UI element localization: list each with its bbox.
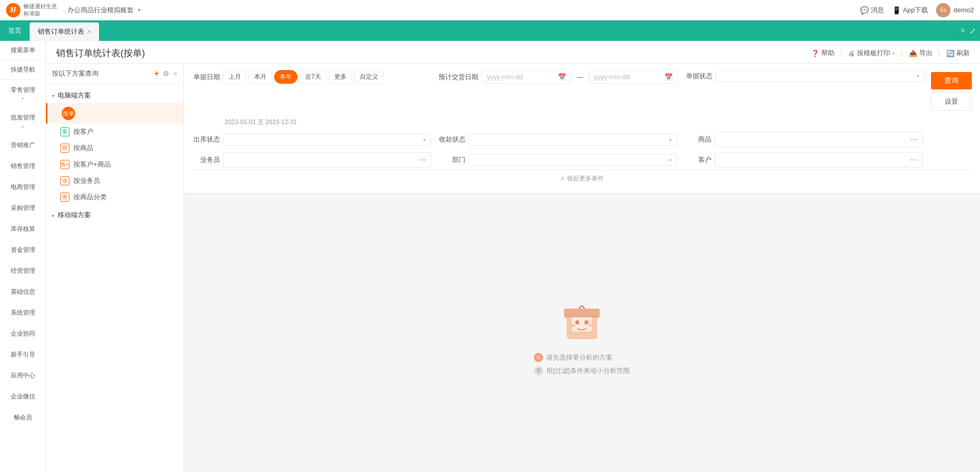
sidebar-item-finance[interactable]: 资金管理: [0, 240, 45, 261]
user-avatar-area[interactable]: Ea demo2: [936, 3, 974, 17]
sidebar-label-member: 畅会员: [14, 413, 32, 422]
sidebar-item-purchase[interactable]: 采购管理: [0, 198, 45, 219]
tree-item-by-order[interactable]: 按单: [46, 103, 183, 124]
date-btn-more[interactable]: 更多: [329, 70, 352, 84]
action-btn-group: 查询 设置: [931, 70, 972, 113]
tree-item-by-customer[interactable]: 客 按客户: [46, 124, 183, 140]
system-dropdown-arrow[interactable]: ▾: [138, 7, 141, 13]
salesman-input[interactable]: ···: [223, 152, 431, 168]
page-title: 销售订单统计表(按单): [56, 47, 145, 59]
sidebar-label-sales: 销售管理: [11, 162, 35, 171]
tree-item-by-customer-product-icon: 客+: [60, 160, 69, 169]
collapse-bar[interactable]: ∧ 收起更多条件: [192, 170, 972, 187]
sidebar-label-enterprise: 企业协同: [11, 329, 35, 338]
date-btn-this-month[interactable]: 本月: [249, 70, 272, 84]
sidebar-search-menu[interactable]: 搜索菜单: [0, 41, 45, 60]
sidebar-item-appcenter[interactable]: 应用中心: [0, 365, 45, 386]
dept-select[interactable]: ▾: [469, 154, 677, 166]
print-btn[interactable]: 🖨 按模板打印 ▾: [848, 49, 895, 58]
tree-item-by-customer-product[interactable]: 客+ 按客户+商品: [46, 156, 183, 173]
message-btn[interactable]: 💬 消息: [860, 6, 884, 15]
tree-add-btn[interactable]: +: [154, 69, 159, 78]
sidebar-item-inventory[interactable]: 库存核算: [0, 219, 45, 240]
customer-input[interactable]: ···: [715, 152, 923, 168]
date-btn-this-year[interactable]: 本年: [274, 70, 298, 84]
ship-status-select[interactable]: ▾: [223, 134, 431, 146]
tab-close-btn[interactable]: ×: [87, 28, 91, 35]
logo-icon: 好: [6, 3, 20, 17]
sidebar-label-inventory: 库存核算: [11, 225, 35, 233]
export-btn[interactable]: 📤 导出: [909, 49, 933, 58]
tree-item-by-customer-label: 按客户: [74, 127, 93, 136]
sidebar-item-marketing[interactable]: 营销推广: [0, 135, 45, 156]
tree-item-by-product-label: 按商品: [74, 144, 93, 153]
expected-date-label: 预计交货日期: [438, 73, 478, 82]
tab-active[interactable]: 销售订单统计表 ×: [30, 22, 99, 41]
close-tab-btn[interactable]: ×: [961, 26, 965, 35]
tree-item-by-product[interactable]: 商 按商品: [46, 140, 183, 156]
tree-item-by-product-icon: 商: [60, 144, 69, 153]
svg-rect-1: [564, 309, 600, 318]
tree-group-desktop-header[interactable]: ▾ 电脑端方案: [46, 88, 183, 103]
refresh-btn[interactable]: 🔄 刷新: [946, 49, 970, 58]
expand-tab-btn[interactable]: ⤢: [969, 26, 976, 36]
product-input[interactable]: ···: [715, 132, 923, 147]
collection-status-arrow: ▾: [669, 137, 672, 143]
tree-group-desktop: ▾ 电脑端方案 按单 客 按客户 商 按商品: [46, 88, 183, 205]
tree-panel: 按以下方案查询 + ⚙ « ▾ 电脑端方案: [46, 64, 184, 472]
query-btn[interactable]: 查询: [931, 72, 972, 89]
expected-date-to[interactable]: yyyy-mm-dd 📅: [589, 70, 679, 84]
empty-hint-2: ② 用[过滤]条件来缩小分析范围: [534, 366, 629, 375]
date-btn-7days[interactable]: 近7天: [300, 70, 327, 84]
sidebar-label-wechat: 企业微信: [11, 392, 35, 401]
tree-group-mobile-header[interactable]: ▸ 移动端方案: [46, 207, 183, 223]
tree-panel-header: 按以下方案查询 + ⚙ «: [46, 64, 183, 84]
collection-status-select[interactable]: ▾: [469, 134, 677, 146]
divider2: |: [901, 50, 902, 57]
expected-date-from[interactable]: yyyy-mm-dd 📅: [481, 70, 572, 84]
tree-group-mobile-label: 移动端方案: [58, 210, 91, 220]
tree-settings-btn[interactable]: ⚙: [163, 69, 169, 78]
empty-hint-1: ① 请先选择要分析的方案: [534, 353, 629, 362]
hint-number-1: ①: [534, 353, 543, 362]
tree-collapse-btn[interactable]: «: [174, 70, 177, 77]
sidebar-item-sales[interactable]: 销售管理: [0, 156, 45, 177]
tab-bar-actions: × ⤢: [961, 26, 976, 36]
print-dropdown-arrow[interactable]: ▾: [892, 51, 895, 56]
tree-item-by-category[interactable]: 类 按商品分类: [46, 189, 183, 205]
sidebar-item-basic[interactable]: 基础信息: [0, 281, 45, 302]
sidebar-item-wholesale[interactable]: 批发管理 ▴: [0, 107, 45, 135]
sidebar-item-management[interactable]: 经营管理: [0, 261, 45, 281]
tab-home[interactable]: 首页: [0, 20, 30, 41]
customer-ellipsis[interactable]: ···: [911, 155, 917, 164]
salesman-ellipsis[interactable]: ···: [419, 155, 426, 164]
expand-icon-wholesale: ▴: [21, 124, 24, 129]
date-btn-custom[interactable]: 自定义: [354, 70, 384, 84]
date-btn-last-month[interactable]: 上月: [223, 70, 247, 84]
sidebar: 搜索菜单 快捷导航 零售管理 ▾ 批发管理 ▴ 营销推广 销售管理 电商管理 采…: [0, 41, 46, 472]
sidebar-label-ecommerce: 电商管理: [11, 183, 35, 192]
sidebar-item-newuser[interactable]: 新手引导: [0, 344, 45, 365]
sidebar-item-enterprise[interactable]: 企业协同: [0, 323, 45, 344]
top-bar-right: 💬 消息 📱 App下载 Ea demo2: [860, 3, 974, 17]
sidebar-item-ecommerce[interactable]: 电商管理: [0, 177, 45, 198]
empty-hints: ① 请先选择要分析的方案 ② 用[过滤]条件来缩小分析范围: [534, 353, 629, 375]
sidebar-quick-nav[interactable]: 快捷导航: [0, 60, 45, 80]
page-header-actions: ❓ 帮助 | 🖨 按模板打印 ▾ | 📤 导出 | 🔄 刷新: [811, 49, 970, 58]
tree-panel-actions: + ⚙ «: [154, 69, 177, 78]
sidebar-item-wechat[interactable]: 企业微信: [0, 386, 45, 407]
tree-item-by-salesman[interactable]: 业 按业务员: [46, 173, 183, 189]
sidebar-label-finance: 资金管理: [11, 246, 35, 254]
tree-item-by-customer-icon: 客: [60, 127, 69, 136]
status-select[interactable]: ▾: [716, 70, 925, 82]
help-btn[interactable]: ❓ 帮助: [811, 49, 835, 58]
settings-btn[interactable]: 设置: [931, 92, 972, 111]
user-name: demo2: [953, 6, 974, 14]
tab-bar: 首页 销售订单统计表 × × ⤢: [0, 20, 980, 41]
sidebar-item-system[interactable]: 系统管理: [0, 302, 45, 323]
sidebar-item-retail[interactable]: 零售管理 ▾: [0, 80, 45, 107]
app-download-btn[interactable]: 📱 App下载: [892, 6, 928, 15]
product-ellipsis[interactable]: ···: [911, 135, 917, 144]
sidebar-item-member[interactable]: 畅会员: [0, 407, 45, 428]
tree-item-by-salesman-label: 按业务员: [74, 176, 100, 185]
